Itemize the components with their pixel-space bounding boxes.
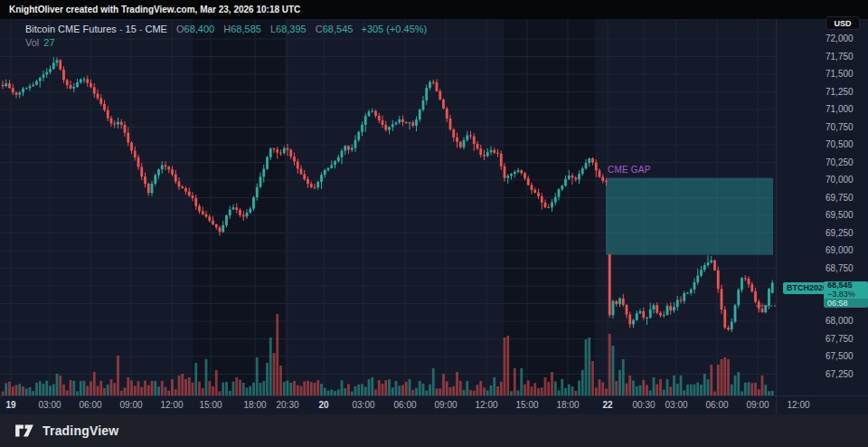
cme-gap-rectangle[interactable] bbox=[606, 178, 773, 255]
candle-body bbox=[15, 92, 18, 94]
time-tick-label: 18:00 bbox=[243, 400, 266, 410]
candle-body bbox=[707, 262, 710, 265]
cme-gap-annotation[interactable]: CME GAP bbox=[608, 165, 651, 175]
volume-bar bbox=[490, 385, 493, 395]
volume-bar bbox=[493, 377, 495, 395]
volume-bar bbox=[151, 381, 154, 395]
legend-symbol-row[interactable]: Bitcoin CME Futures-15-CME O68,400 H68,5… bbox=[25, 23, 427, 35]
legend-volume-row[interactable]: Vol27 bbox=[25, 36, 427, 49]
volume-bar bbox=[571, 386, 574, 395]
candle-body bbox=[316, 182, 319, 187]
candle-body bbox=[717, 271, 720, 290]
open-label: O bbox=[176, 24, 184, 34]
bar-countdown: 06:58 bbox=[824, 299, 868, 308]
candle-body bbox=[235, 207, 238, 210]
candle-body bbox=[615, 301, 618, 304]
candle-body bbox=[744, 278, 747, 279]
volume-bar bbox=[764, 385, 767, 395]
low-value: 68,395 bbox=[276, 24, 307, 34]
time-tick-label: 06:00 bbox=[393, 400, 416, 410]
price-tick-label: 71,750 bbox=[826, 52, 854, 62]
volume-bar bbox=[669, 386, 672, 395]
candle-body bbox=[90, 83, 92, 88]
candle-body bbox=[612, 301, 615, 315]
volume-bar bbox=[29, 387, 32, 395]
candle-body bbox=[99, 99, 102, 104]
close-label: C bbox=[316, 24, 323, 34]
symbol-name[interactable]: Bitcoin CME Futures bbox=[25, 24, 117, 34]
candle-body bbox=[544, 203, 547, 207]
candle-body bbox=[429, 82, 431, 89]
candle-body bbox=[741, 278, 743, 290]
volume-bar bbox=[551, 372, 553, 395]
candle-body bbox=[171, 169, 174, 174]
volume-bar bbox=[721, 359, 723, 395]
candle-body bbox=[161, 166, 164, 170]
volume-bar bbox=[39, 381, 42, 395]
volume-bar bbox=[612, 346, 615, 395]
volume-bar bbox=[103, 388, 106, 395]
candle-body bbox=[219, 227, 222, 232]
candle-body bbox=[262, 169, 265, 177]
candle-body bbox=[456, 138, 458, 142]
brand-name[interactable]: TradingView bbox=[42, 423, 118, 438]
candle-body bbox=[334, 161, 336, 165]
candle-body bbox=[422, 100, 425, 109]
candle-body bbox=[710, 261, 712, 262]
volume-bar bbox=[392, 387, 394, 395]
volume-bar bbox=[222, 383, 224, 395]
volume-bar bbox=[442, 374, 445, 395]
volume-bar bbox=[25, 388, 28, 395]
volume-bar bbox=[544, 377, 547, 395]
price-tick-label: 70,250 bbox=[826, 157, 854, 167]
candle-body bbox=[56, 60, 59, 62]
tradingview-logo-icon[interactable] bbox=[14, 423, 34, 438]
candle-body bbox=[184, 188, 187, 192]
candle-body bbox=[392, 124, 394, 127]
candle-body bbox=[188, 192, 191, 196]
candle-body bbox=[32, 85, 34, 87]
candle-body bbox=[622, 299, 625, 305]
volume-bar bbox=[622, 359, 625, 395]
currency-button[interactable]: USD bbox=[826, 16, 860, 30]
volume-bar bbox=[500, 382, 503, 395]
candle-body bbox=[337, 157, 340, 161]
volume-bar bbox=[479, 381, 482, 395]
candle-body bbox=[198, 206, 201, 212]
candle-body bbox=[252, 197, 255, 209]
candle-body bbox=[124, 125, 127, 133]
volume-bar bbox=[364, 386, 367, 395]
candle-body bbox=[673, 307, 675, 310]
candle-body bbox=[439, 91, 441, 100]
candle-body bbox=[432, 82, 435, 83]
volume-bar bbox=[239, 380, 241, 395]
time-tick-label: 06:00 bbox=[79, 400, 101, 410]
interval-value[interactable]: 15 bbox=[126, 24, 137, 34]
time-axis[interactable]: 1903:0006:0009:0012:0015:0018:0020:30200… bbox=[0, 395, 868, 414]
volume-bar bbox=[419, 381, 421, 395]
volume-bar bbox=[276, 314, 278, 395]
last-price-box: 68,545 −3.83% 06:58 bbox=[824, 281, 868, 308]
volume-bar bbox=[432, 368, 435, 395]
volume-bar bbox=[198, 382, 201, 395]
candlestick-chart[interactable] bbox=[0, 19, 776, 395]
volume-bar bbox=[80, 381, 82, 395]
candle-body bbox=[514, 172, 516, 174]
volume-bar bbox=[452, 386, 455, 395]
candle-body bbox=[761, 309, 764, 312]
volume-bar bbox=[90, 381, 92, 395]
candle-body bbox=[581, 168, 584, 174]
candle-body bbox=[466, 135, 468, 139]
title-bar: KnightOliver created with TradingView.co… bbox=[0, 0, 868, 19]
candle-body bbox=[696, 276, 699, 282]
volume-bar bbox=[734, 376, 737, 395]
candle-body bbox=[18, 92, 21, 94]
volume-bar bbox=[130, 380, 133, 395]
volume-bar bbox=[717, 365, 720, 395]
candle-body bbox=[357, 132, 360, 140]
volume-bar bbox=[316, 380, 319, 395]
candle-body bbox=[107, 110, 109, 119]
volume-bar bbox=[737, 372, 740, 395]
candle-body bbox=[758, 302, 760, 309]
volume-bar bbox=[320, 384, 323, 395]
